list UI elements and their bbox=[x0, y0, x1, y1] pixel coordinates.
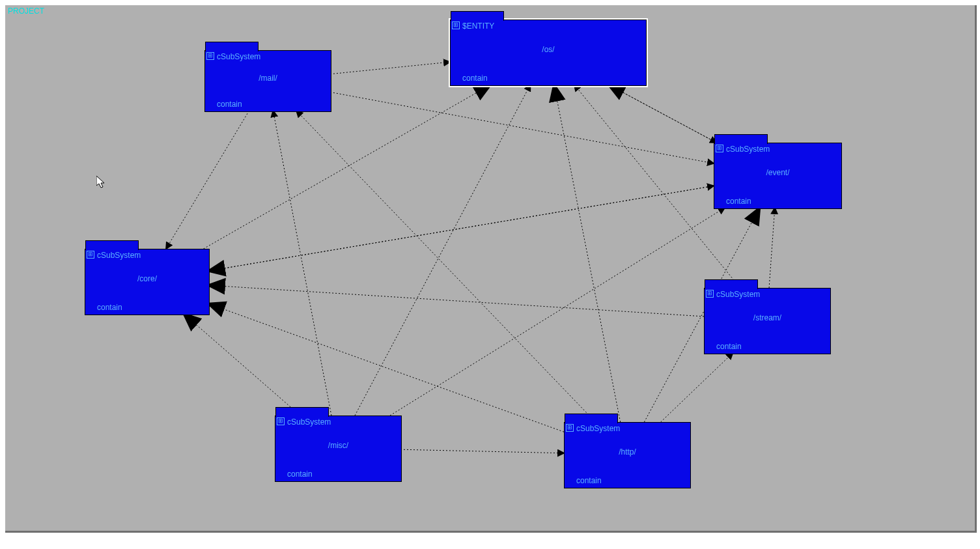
node-tab bbox=[85, 240, 139, 250]
edge-misc-core bbox=[184, 314, 300, 415]
expand-icon[interactable]: ⊞ bbox=[277, 417, 285, 425]
edge-stream-event bbox=[769, 208, 775, 288]
node-name: /http/ bbox=[565, 447, 690, 457]
node-name: /event/ bbox=[714, 168, 841, 177]
edge-mail-event bbox=[330, 92, 714, 163]
node-stereotype: cSubSystem bbox=[726, 145, 770, 154]
edge-http-stream bbox=[661, 353, 733, 422]
edge-misc-mail bbox=[273, 111, 331, 415]
node-compartment: contain bbox=[726, 197, 751, 206]
node-mail[interactable]: ⊞cSubSystem/mail/contain bbox=[204, 50, 331, 112]
node-event[interactable]: ⊞cSubSystem/event/contain bbox=[714, 143, 842, 209]
node-core[interactable]: ⊞cSubSystem/core/contain bbox=[85, 249, 210, 315]
node-name: /stream/ bbox=[705, 313, 830, 322]
node-name: /misc/ bbox=[275, 441, 401, 450]
edge-mail-os bbox=[330, 62, 450, 74]
node-stereotype: cSubSystem bbox=[97, 251, 141, 260]
expand-icon[interactable]: ⊞ bbox=[706, 290, 714, 298]
edge-misc-event bbox=[390, 208, 725, 415]
node-misc[interactable]: ⊞cSubSystem/misc/contain bbox=[275, 415, 402, 482]
node-compartment: contain bbox=[97, 303, 122, 312]
expand-icon[interactable]: ⊞ bbox=[206, 52, 214, 60]
node-name: /os/ bbox=[451, 45, 646, 54]
project-label: PROJECT bbox=[8, 7, 44, 16]
edge-stream-core bbox=[208, 285, 704, 317]
expand-icon[interactable]: ⊞ bbox=[87, 251, 94, 259]
node-stereotype: $ENTITY bbox=[462, 21, 494, 31]
node-os[interactable]: ⊞$ENTITY/os/contain bbox=[450, 20, 647, 86]
node-stream[interactable]: ⊞cSubSystem/stream/contain bbox=[704, 288, 831, 354]
node-stereotype: cSubSystem bbox=[716, 290, 760, 299]
node-tab bbox=[565, 414, 618, 423]
edge-http-mail bbox=[296, 111, 595, 422]
edge-misc-http bbox=[400, 449, 564, 453]
node-http[interactable]: ⊞cSubSystem/http/contain bbox=[564, 422, 691, 488]
node-compartment: contain bbox=[287, 470, 313, 479]
node-compartment: contain bbox=[462, 74, 488, 83]
edge-mail-core bbox=[166, 111, 249, 249]
node-tab bbox=[451, 11, 504, 21]
edge-http-core bbox=[208, 303, 564, 432]
expand-icon[interactable]: ⊞ bbox=[452, 21, 460, 29]
node-stereotype: cSubSystem bbox=[217, 52, 260, 61]
node-tab bbox=[714, 134, 768, 144]
node-stereotype: cSubSystem bbox=[576, 424, 620, 433]
expand-icon[interactable]: ⊞ bbox=[566, 424, 574, 432]
node-compartment: contain bbox=[217, 100, 242, 109]
diagram-canvas[interactable]: PROJECT ⊞cSubSystem/mail/contain⊞$ENTITY… bbox=[5, 5, 977, 533]
edge-core-event bbox=[208, 186, 714, 271]
edge-misc-os bbox=[355, 85, 530, 415]
expand-icon[interactable]: ⊞ bbox=[716, 145, 723, 152]
node-name: /core/ bbox=[85, 274, 209, 283]
node-compartment: contain bbox=[716, 342, 742, 351]
node-tab bbox=[275, 407, 329, 417]
node-tab bbox=[205, 42, 259, 51]
node-name: /mail/ bbox=[205, 74, 331, 83]
node-compartment: contain bbox=[576, 476, 602, 485]
node-tab bbox=[705, 279, 758, 289]
node-stereotype: cSubSystem bbox=[287, 417, 331, 427]
